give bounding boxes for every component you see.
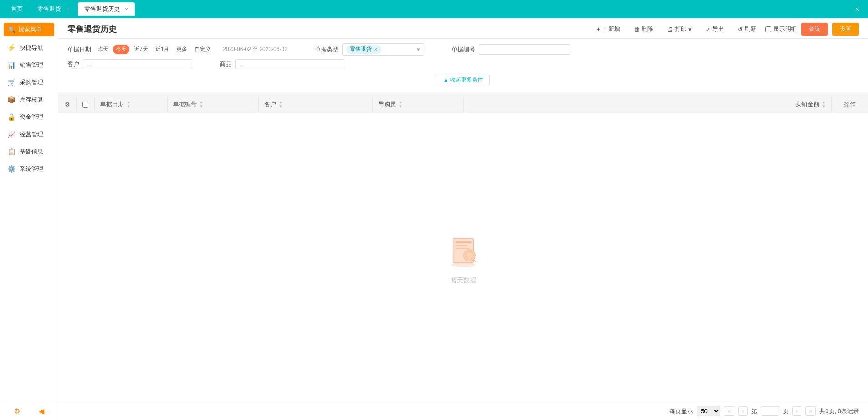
customer-sort-arrows[interactable]: ▲ ▼ [279, 101, 282, 108]
customer-sort-down: ▼ [279, 105, 282, 108]
settings-bottom-icon[interactable]: ⚙ [14, 407, 20, 415]
th-settings[interactable]: ⚙ [58, 97, 77, 112]
tab-retail-return-close[interactable]: ✕ [66, 6, 70, 12]
first-page-btn[interactable]: « [724, 406, 734, 416]
prev-page-btn[interactable]: ‹ [738, 406, 747, 416]
sidebar-item-basic-info-label: 基础信息 [20, 148, 43, 156]
quick-nav-icon: ⚡ [7, 44, 16, 52]
sidebar-bottom: ⚙ ◀ [0, 402, 58, 420]
bill-type-tag-text: 零售退货 [350, 46, 372, 53]
guide-sort-down: ▼ [399, 105, 402, 108]
date-sort-arrows[interactable]: ▲ ▼ [127, 101, 130, 108]
guide-sort-up: ▲ [399, 101, 402, 104]
date-range-display: 2023-06-02 至 2023-06-02 [223, 46, 287, 53]
sidebar-item-sales-mgmt[interactable]: 📊 销售管理 [0, 56, 58, 74]
tab-retail-return-history-close[interactable]: ✕ [124, 6, 128, 12]
new-button[interactable]: ＋ + 新增 [591, 23, 625, 35]
date-btn-more[interactable]: 更多 [174, 45, 190, 54]
select-all-checkbox[interactable] [82, 102, 88, 108]
tab-home[interactable]: 首页 [5, 2, 29, 16]
sales-icon: 📊 [7, 61, 16, 69]
th-customer[interactable]: 客户 ▲ ▼ [259, 97, 373, 112]
customer-select[interactable]: … [83, 59, 192, 69]
print-arrow-icon: ▾ [688, 26, 692, 33]
last-page-btn[interactable]: » [805, 406, 816, 416]
sidebar-item-finance[interactable]: 🔒 资金管理 [0, 108, 58, 126]
date-buttons: 昨天 今天 近7天 近1月 更多 自定义 [95, 45, 214, 54]
bill-no-sort-down: ▼ [200, 105, 203, 108]
page-section-label: 第 [751, 407, 757, 415]
guide-sort-arrows[interactable]: ▲ ▼ [399, 101, 402, 108]
sidebar-item-system-mgmt[interactable]: ⚙️ 系统管理 [0, 160, 58, 178]
page-header: 零售退货历史 ＋ + 新增 🗑 删除 🖨 打印 ▾ ↗ 导出 [58, 18, 868, 39]
collapse-sidebar-icon[interactable]: ◀ [39, 407, 44, 415]
sidebar-item-finance-label: 资金管理 [20, 113, 43, 121]
sidebar-item-inventory[interactable]: 📦 库存核算 [0, 91, 58, 108]
bill-no-filter: 单据编号 [452, 44, 570, 55]
delete-button[interactable]: 🗑 删除 [629, 23, 658, 35]
date-btn-1month[interactable]: 近1月 [153, 45, 172, 54]
query-button[interactable]: 查询 [801, 23, 828, 36]
bill-no-input[interactable] [479, 44, 570, 55]
layout: 🔍 搜索菜单 ⚡ 快捷导航 📊 销售管理 🛒 采购管理 📦 库存核算 🔒 资金管… [0, 18, 868, 420]
amount-sort-up: ▲ [822, 101, 826, 104]
sidebar-item-purchase-mgmt[interactable]: 🛒 采购管理 [0, 74, 58, 91]
refresh-icon: ↺ [738, 26, 743, 33]
date-filter-label: 单据日期 [67, 46, 91, 54]
th-date[interactable]: 单据日期 ▲ ▼ [95, 97, 168, 112]
svg-rect-2 [455, 241, 472, 243]
th-checkbox[interactable] [77, 98, 95, 111]
goods-select[interactable]: … [235, 59, 344, 69]
show-detail-checkbox[interactable] [765, 26, 771, 32]
window-close-btn[interactable]: ✕ [851, 4, 863, 15]
date-btn-yesterday[interactable]: 昨天 [95, 45, 111, 54]
tab-retail-return-label: 零售退货 [37, 5, 61, 13]
date-btn-custom[interactable]: 自定义 [192, 45, 214, 54]
top-bar: 首页 零售退货 ✕ 零售退货历史 ✕ ✕ [0, 0, 868, 18]
date-btn-7days[interactable]: 近7天 [131, 45, 151, 54]
tab-retail-return-history-label: 零售退货历史 [84, 5, 120, 13]
main-content: 零售退货历史 ＋ + 新增 🗑 删除 🖨 打印 ▾ ↗ 导出 [58, 18, 868, 420]
th-action-label: 操作 [844, 100, 856, 108]
collapse-btn[interactable]: ▲ 收起更多条件 [437, 75, 490, 85]
th-action: 操作 [832, 97, 868, 112]
tab-retail-return-history[interactable]: 零售退货历史 ✕ [78, 2, 135, 16]
svg-rect-3 [455, 245, 467, 246]
show-detail-checkbox-label[interactable]: 显示明细 [765, 25, 797, 33]
sidebar-item-quick-nav-label: 快捷导航 [20, 44, 43, 52]
setting-button[interactable]: 设置 [832, 23, 859, 36]
bill-type-dropdown-icon: ▾ [417, 46, 420, 53]
bill-no-sort-arrows[interactable]: ▲ ▼ [200, 101, 203, 108]
th-bill-no[interactable]: 单据编号 ▲ ▼ [168, 97, 259, 112]
sidebar-item-operations[interactable]: 📈 经营管理 [0, 126, 58, 143]
bill-type-filter: 单据类型 零售退货 ✕ ▾ [315, 43, 424, 56]
table-header: ⚙ 单据日期 ▲ ▼ 单据编号 ▲ ▼ [58, 96, 868, 113]
amount-sort-arrows[interactable]: ▲ ▼ [822, 101, 826, 108]
sidebar: 🔍 搜索菜单 ⚡ 快捷导航 📊 销售管理 🛒 采购管理 📦 库存核算 🔒 资金管… [0, 18, 58, 420]
page-size-select[interactable]: 50 10 20 100 [697, 406, 720, 416]
sidebar-search[interactable]: 🔍 搜索菜单 [4, 23, 54, 36]
print-icon: 🖨 [667, 26, 673, 33]
sidebar-item-operations-label: 经营管理 [20, 130, 43, 138]
bill-type-select[interactable]: 零售退货 ✕ ▾ [342, 43, 424, 56]
delete-icon: 🗑 [634, 26, 640, 33]
pagination: 每页显示 50 10 20 100 « ‹ 第 1 页 › » 共0页, 0条记… [58, 402, 868, 420]
tab-home-label: 首页 [11, 5, 23, 13]
th-amount[interactable]: 实销金额 ▲ ▼ [464, 97, 832, 112]
table-area: ⚙ 单据日期 ▲ ▼ 单据编号 ▲ ▼ [58, 96, 868, 420]
print-button[interactable]: 🖨 打印 ▾ [663, 23, 696, 35]
sidebar-item-basic-info[interactable]: 📋 基础信息 [0, 143, 58, 160]
sidebar-item-quick-nav[interactable]: ⚡ 快捷导航 [0, 39, 58, 56]
date-btn-today[interactable]: 今天 [113, 45, 129, 54]
export-button[interactable]: ↗ 导出 [701, 23, 729, 35]
date-sort-up: ▲ [127, 101, 130, 104]
bill-type-tag-close[interactable]: ✕ [374, 46, 378, 52]
refresh-button[interactable]: ↺ 刷新 [733, 23, 761, 35]
empty-icon [443, 230, 484, 271]
next-page-btn[interactable]: › [792, 406, 801, 416]
purchase-icon: 🛒 [7, 78, 16, 87]
tab-retail-return[interactable]: 零售退货 ✕ [31, 2, 76, 16]
date-filter: 单据日期 昨天 今天 近7天 近1月 更多 自定义 [67, 45, 214, 54]
current-page-input[interactable]: 1 [761, 406, 779, 416]
th-guide[interactable]: 导购员 ▲ ▼ [373, 97, 464, 112]
